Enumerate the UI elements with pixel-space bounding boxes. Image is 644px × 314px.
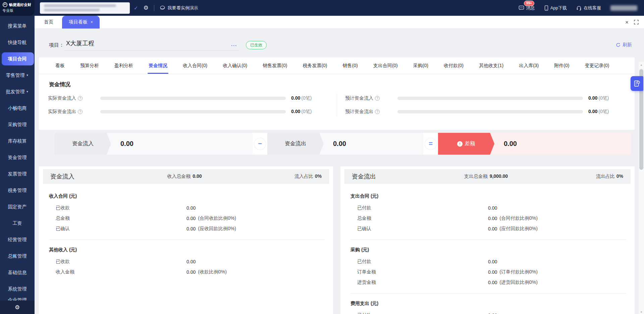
data-row: 已付款0.00 <box>351 203 626 213</box>
tab-income-confirm[interactable]: 收入确认(0) <box>215 57 255 74</box>
help-icon[interactable]: ? <box>78 109 83 114</box>
column-divider <box>337 94 337 116</box>
messages-button[interactable]: 99+ 消息 <box>519 5 535 11</box>
sidebar-item-ecommerce[interactable]: 小畅电商 <box>0 100 35 116</box>
tab-home[interactable]: 首页 <box>39 16 58 29</box>
tab-payments[interactable]: 收付款(0) <box>436 57 471 74</box>
tab-change-log[interactable]: 变更记录(0) <box>577 57 617 74</box>
sidebar-item-base-info[interactable]: 基础信息 <box>0 264 35 281</box>
app-download-label: App下载 <box>550 5 567 11</box>
more-button[interactable]: ··· <box>231 44 237 47</box>
message-bubble-icon <box>519 5 524 10</box>
data-row: 已收款0.00 <box>49 203 325 213</box>
brand-edition: 专业版 <box>2 8 33 13</box>
fund-row-expected-inflow: 预计资金流入? 0.00(0笔) <box>345 92 626 105</box>
data-row: 已确认0.00(应收回款比例0%) <box>49 223 325 234</box>
sidebar-item-operations[interactable]: 经营管理 <box>0 231 35 248</box>
sidebar-item-general-ledger[interactable]: 总账管理 <box>0 248 35 264</box>
support-button[interactable]: 在线客服 <box>576 5 601 11</box>
data-row: 收入金额0.00(收款比例0%) <box>49 267 325 277</box>
inflow-panel-header: 资金流入 收入总金额0.00 流入占比0% <box>43 169 329 184</box>
section-divider <box>351 240 626 240</box>
close-all-icon[interactable]: × <box>625 19 629 25</box>
section-divider <box>351 293 626 294</box>
project-name: X大厦工程 <box>66 39 94 47</box>
sidebar-item-tax[interactable]: 税务管理 <box>0 182 35 199</box>
sidebar-item-payroll[interactable]: 工资 <box>0 215 35 231</box>
outflow-label: 资金流出 <box>267 133 324 155</box>
refresh-label: 刷新 <box>623 42 632 48</box>
tab-expense-contract[interactable]: 支出合同(0) <box>366 57 406 74</box>
tab-project-board[interactable]: 项目看板 × <box>62 16 100 29</box>
headset-icon <box>576 5 582 11</box>
check-icon: ✓ <box>134 5 138 11</box>
section-divider <box>49 240 325 240</box>
sidebar-item-inventory[interactable]: 库存核算 <box>0 133 35 149</box>
sidebar-item-quick-nav[interactable]: 快捷导航 <box>0 34 35 51</box>
status-badge: 已生效 <box>246 41 267 49</box>
settings-gear-icon[interactable]: ⚙ <box>144 5 149 11</box>
user-account[interactable] <box>610 5 637 11</box>
inflow-value: 0.00 <box>120 140 133 148</box>
tab-funds-status[interactable]: 资金情况 <box>141 57 175 74</box>
sidebar-item-purchasing[interactable]: 采购管理 <box>0 116 35 133</box>
demo-link-label: 我要看实例演示 <box>168 5 198 11</box>
tab-other-income-expense[interactable]: 其他收支(1) <box>471 57 511 74</box>
sidebar-item-search-menu[interactable]: 搜索菜单 <box>0 18 35 34</box>
sidebar-item-retail[interactable]: 零售管理▼ <box>0 67 35 84</box>
sidebar-item-funds[interactable]: 资金管理 <box>0 149 35 166</box>
messages-badge: 99+ <box>524 1 534 6</box>
funds-bars: 实际资金流入? 0.00(0笔) 实际资金流出? 0.00(0笔) <box>48 92 626 118</box>
inflow-label: 资金流入 <box>55 133 111 155</box>
scroll-up-arrow[interactable]: ▲ <box>640 62 643 67</box>
support-label: 在线客服 <box>584 5 601 11</box>
fullscreen-icon[interactable] <box>634 20 639 24</box>
help-icon[interactable]: ? <box>78 96 83 101</box>
tab-sales-invoice[interactable]: 销售发票(0) <box>255 57 295 74</box>
data-row: 已付款0.00 <box>351 256 626 267</box>
demo-link[interactable]: 我要看实例演示 <box>160 5 198 11</box>
progress-bar <box>397 110 583 113</box>
report-float-button[interactable] <box>631 76 643 91</box>
sidebar-item-wholesale[interactable]: 批发管理▼ <box>0 84 35 100</box>
sidebar-gear-icon[interactable]: ⚙ <box>15 305 20 310</box>
tab-tax-invoice[interactable]: 税务发票(0) <box>295 57 335 74</box>
inflow-panel: 资金流入 收入总金额0.00 流入占比0% 收入合同 (元) 已收款0.00 总… <box>39 166 333 314</box>
panel-title: 资金流出 <box>352 172 376 180</box>
help-icon[interactable]: ? <box>375 109 380 114</box>
tab-purchase[interactable]: 采购(0) <box>406 57 436 74</box>
chevron-down-icon: ▼ <box>26 90 29 93</box>
progress-bar <box>397 97 583 100</box>
tab-close-icon[interactable]: × <box>91 20 93 24</box>
tab-budget-analysis[interactable]: 预算分析 <box>72 57 107 74</box>
data-row: 总金额0.00(合同收款比例0%) <box>49 213 325 223</box>
tab-income-contract[interactable]: 收入合同(0) <box>175 57 215 74</box>
progress-bar <box>100 97 286 100</box>
brand-logo: 畅捷通好业财 专业版 <box>0 0 35 16</box>
document-clock-icon <box>634 80 640 87</box>
tab-stock-in-out[interactable]: 出入库(3) <box>511 57 546 74</box>
outflow-value: 0.00 <box>333 140 346 148</box>
help-icon[interactable]: ? <box>375 96 380 101</box>
topbar-divider <box>154 5 154 11</box>
sidebar-item-fixed-assets[interactable]: 固定资产 <box>0 199 35 215</box>
sidebar-item-project-contract[interactable]: 项目合同 <box>0 51 35 67</box>
tab-profit-analysis[interactable]: 盈利分析 <box>107 57 141 74</box>
sidebar-item-system[interactable]: 系统管理 <box>0 281 35 297</box>
data-row: 已付款0.00 <box>351 310 626 314</box>
project-name-box[interactable]: X大厦工程 ··· <box>65 39 239 51</box>
redacted-company-subtext <box>44 9 100 11</box>
difference-label: ! 差额 <box>438 133 494 155</box>
vertical-scrollbar[interactable]: ▲ ▼ <box>639 62 644 314</box>
refresh-button[interactable]: 刷新 <box>616 42 632 48</box>
sidebar-item-invoices[interactable]: 发票管理 <box>0 166 35 182</box>
tab-attachments[interactable]: 附件(0) <box>546 57 577 74</box>
tab-sales[interactable]: 销售(0) <box>335 57 366 74</box>
scroll-down-arrow[interactable]: ▼ <box>640 311 643 314</box>
section-title: 收入合同 (元) <box>49 193 325 199</box>
data-row: 进货金额0.00(进货回款比例0%) <box>351 277 626 287</box>
company-selector[interactable] <box>40 2 130 14</box>
app-download-button[interactable]: App下载 <box>544 5 567 11</box>
section-title: 支出合同 (元) <box>351 193 626 199</box>
tab-board[interactable]: 看板 <box>48 57 72 74</box>
